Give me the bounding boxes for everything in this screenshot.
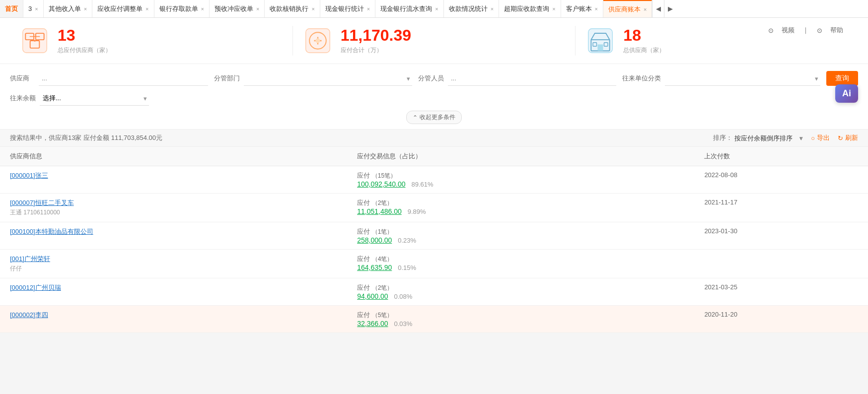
nav-item-prepay-offset[interactable]: 预收冲应收单 × bbox=[210, 0, 265, 17]
filter-row-1: 供应商 分管部门 分管人员 往来单位分类 查询 bbox=[10, 71, 858, 86]
tx-amount-line: 100,092,540.0089.61% bbox=[357, 180, 684, 188]
store-icon bbox=[585, 26, 615, 56]
col-last-pay: 上次付数 bbox=[694, 147, 868, 166]
nav-item-cash-stats[interactable]: 现金银行统计 × bbox=[320, 0, 375, 17]
person-input[interactable] bbox=[448, 71, 616, 86]
supplier-link[interactable]: [000001]张三 bbox=[10, 172, 48, 179]
last-pay-cell: 2020-11-20 bbox=[694, 306, 868, 333]
tx-cell: 应付 （4笔）164,635.900.15% bbox=[347, 250, 694, 278]
tx-cell: 应付 （1笔）258,000.000.23% bbox=[347, 222, 694, 250]
tx-label-line: 应付 （2笔） bbox=[357, 198, 684, 207]
amount-link[interactable]: 32,366.00 bbox=[357, 320, 388, 328]
help-link[interactable]: 帮助 bbox=[830, 26, 843, 35]
nav-item-supplier-ledger[interactable]: 供应商账本 × bbox=[603, 0, 652, 17]
dept-select[interactable] bbox=[244, 71, 412, 86]
svg-point-4 bbox=[34, 40, 36, 42]
nav-item-bank-deposit[interactable]: 银行存取款单 × bbox=[154, 0, 210, 17]
supplier-cell: [000012]广州贝瑞 bbox=[0, 278, 347, 306]
nav-item-home[interactable]: 首页 bbox=[0, 0, 23, 17]
tx-label-line: 应付 （4笔） bbox=[357, 255, 684, 263]
supplier-cell: [001]广州荣轩仔仔 bbox=[0, 250, 347, 278]
amount-link[interactable]: 94,600.00 bbox=[357, 292, 388, 300]
table-row: [001]广州荣轩仔仔应付 （4笔）164,635.900.15% bbox=[0, 250, 868, 278]
tx-amount-line: 164,635.900.15% bbox=[357, 263, 684, 271]
percentage-text: 0.23% bbox=[398, 237, 416, 244]
supplier-link[interactable]: [000002]李四 bbox=[10, 311, 48, 319]
balance-select[interactable]: 选择... bbox=[40, 91, 149, 106]
nav-item-customer-ledger[interactable]: 客户账本 × bbox=[561, 0, 603, 17]
supplier-link[interactable]: [000100]本特勤油品有限公司 bbox=[10, 228, 93, 235]
refresh-button[interactable]: ↻ 刷新 bbox=[838, 133, 858, 142]
table-row: [000012]广州贝瑞应付 （2笔）94,600.000.08%2021-03… bbox=[0, 278, 868, 306]
table-header-row: 供应商信息 应付交易信息（占比） 上次付数 bbox=[0, 147, 868, 166]
supplier-input[interactable] bbox=[39, 71, 208, 86]
close-icon[interactable]: × bbox=[644, 6, 647, 12]
supplier-link[interactable]: [000007]恒旺二手叉车 bbox=[10, 199, 74, 206]
nav-item-other-income[interactable]: 其他收入单 × bbox=[44, 0, 92, 17]
close-icon[interactable]: × bbox=[491, 6, 494, 12]
supplier-link[interactable]: [001]广州荣轩 bbox=[10, 255, 50, 263]
total-payable-suppliers: 13 bbox=[58, 27, 111, 44]
supplier-link[interactable]: [000012]广州贝瑞 bbox=[10, 284, 61, 291]
nav-item-3[interactable]: 3 × bbox=[23, 0, 44, 17]
collapse-button[interactable]: ⌃ 收起更多条件 bbox=[406, 111, 462, 124]
filter-person: 分管人员 bbox=[418, 71, 616, 86]
tx-amount-line: 11,051,486.009.89% bbox=[357, 207, 684, 215]
close-icon[interactable]: × bbox=[145, 6, 148, 12]
close-icon[interactable]: × bbox=[435, 6, 438, 12]
last-pay-cell: 2021-11-17 bbox=[694, 194, 868, 222]
total-suppliers: 18 bbox=[623, 27, 665, 44]
close-icon[interactable]: × bbox=[595, 6, 598, 12]
col-tx-info: 应付交易信息（占比） bbox=[347, 147, 694, 166]
person-filter-label: 分管人员 bbox=[418, 74, 444, 83]
summary-bar: 13 总应付供应商（家） 11,170.39 应付合计（万） bbox=[0, 18, 868, 64]
amount-link[interactable]: 164,635.90 bbox=[357, 263, 392, 271]
nav-next-button[interactable]: ▶ bbox=[664, 0, 676, 18]
nav-item-ar-adjust[interactable]: 应收应付调整单 × bbox=[92, 0, 154, 17]
ai-badge[interactable]: Ai bbox=[835, 84, 858, 103]
supplier-cell: [000007]恒旺二手叉车王通 17106110000 bbox=[0, 194, 347, 222]
close-icon[interactable]: × bbox=[84, 6, 87, 12]
close-icon[interactable]: × bbox=[552, 6, 555, 12]
amount-link[interactable]: 100,092,540.00 bbox=[357, 180, 405, 188]
table-row: [000001]张三应付 （15笔）100,092,540.0089.61%20… bbox=[0, 166, 868, 194]
table-row: [000007]恒旺二手叉车王通 17106110000应付 （2笔）11,05… bbox=[0, 194, 868, 222]
percentage-text: 9.89% bbox=[408, 208, 426, 215]
amount-link[interactable]: 258,000.00 bbox=[357, 236, 392, 244]
export-button[interactable]: ○ 导出 bbox=[811, 133, 830, 142]
tx-amount-line: 94,600.000.08% bbox=[357, 292, 684, 300]
nav-item-cash-flow[interactable]: 现金银行流水查询 × bbox=[375, 0, 443, 17]
close-icon[interactable]: × bbox=[256, 6, 259, 12]
balance-filter-label: 往来余额 bbox=[10, 94, 36, 103]
percentage-text: 89.61% bbox=[412, 181, 434, 188]
nav-bar: 首页 3 × 其他收入单 × 应收应付调整单 × 银行存取款单 × 预收冲应收单… bbox=[0, 0, 868, 18]
total-payable-amount: 11,170.39 bbox=[341, 27, 411, 44]
nav-item-receipt-exec[interactable]: 收款核销执行 × bbox=[265, 0, 320, 17]
supplier-icon bbox=[20, 26, 50, 56]
category-select[interactable] bbox=[665, 71, 820, 86]
nav-item-receipt-stats[interactable]: 收款情况统计 × bbox=[444, 0, 499, 17]
close-icon[interactable]: × bbox=[311, 6, 314, 12]
amount-link[interactable]: 11,051,486.00 bbox=[357, 207, 402, 215]
sort-select[interactable]: 按应付余额倒序排序 按应付余额正序排序 bbox=[734, 134, 799, 142]
close-icon[interactable]: × bbox=[35, 6, 38, 12]
dept-filter-label: 分管部门 bbox=[214, 74, 240, 83]
close-icon[interactable]: × bbox=[367, 6, 370, 12]
nav-prev-button[interactable]: ◀ bbox=[652, 0, 664, 18]
tx-label-line: 应付 （15笔） bbox=[357, 171, 684, 180]
last-pay-cell: 2023-01-30 bbox=[694, 222, 868, 250]
table-row: [000002]李四应付 （5笔）32,366.000.03%2020-11-2… bbox=[0, 306, 868, 333]
total-suppliers-label: 总供应商（家） bbox=[623, 46, 665, 55]
last-pay-cell bbox=[694, 250, 868, 278]
nav-item-overdue-ar[interactable]: 超期应收款查询 × bbox=[499, 0, 561, 17]
table-row: [000100]本特勤油品有限公司应付 （1笔）258,000.000.23%2… bbox=[0, 222, 868, 250]
result-actions: 排序： 按应付余额倒序排序 按应付余额正序排序 ▾ ○ 导出 ↻ 刷新 bbox=[713, 133, 858, 142]
total-payable-amount-label: 应付合计（万） bbox=[341, 46, 411, 55]
tx-amount-line: 258,000.000.23% bbox=[357, 236, 684, 244]
video-link[interactable]: 视频 bbox=[782, 26, 795, 35]
close-icon[interactable]: × bbox=[201, 6, 204, 12]
filter-category: 往来单位分类 bbox=[622, 71, 820, 86]
query-button[interactable]: 查询 bbox=[826, 71, 858, 86]
filter-dept: 分管部门 bbox=[214, 71, 412, 86]
supplier-sub-info: 仔仔 bbox=[10, 264, 337, 273]
